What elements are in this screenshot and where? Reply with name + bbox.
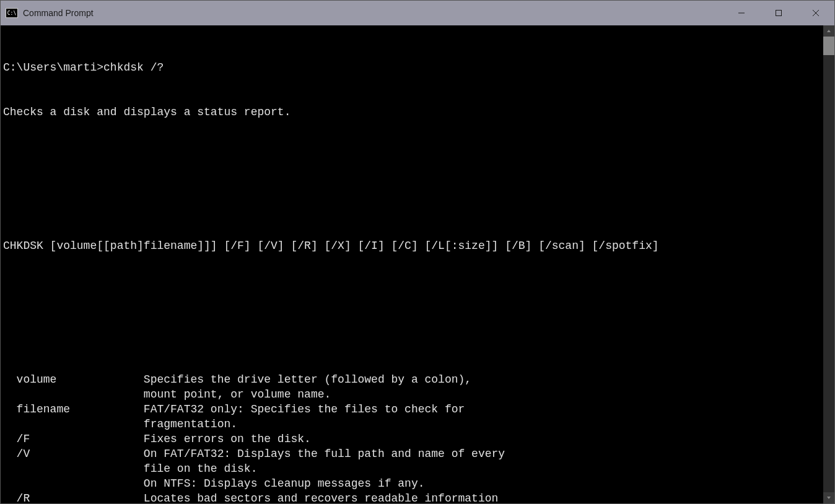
options-list: volume Specifies the drive letter (follo… xyxy=(3,372,821,503)
option-line: filename FAT/FAT32 only: Specifies the f… xyxy=(3,402,821,417)
window-title: Command Prompt xyxy=(23,8,94,18)
option-line: file on the disk. xyxy=(3,461,821,476)
entered-command: chkdsk /? xyxy=(103,61,164,74)
option-line: On NTFS: Displays cleanup messages if an… xyxy=(3,476,821,491)
terminal-area: C:\Users\marti>chkdsk /? Checks a disk a… xyxy=(1,25,834,503)
svg-rect-1 xyxy=(776,11,782,16)
usage-line: CHKDSK [volume[[path]filename]]] [/F] [/… xyxy=(3,238,821,253)
scroll-up-arrow-icon[interactable] xyxy=(823,25,834,37)
scroll-down-arrow-icon[interactable] xyxy=(823,492,834,503)
vertical-scrollbar[interactable] xyxy=(823,25,834,503)
option-line: /F Fixes errors on the disk. xyxy=(3,432,821,446)
prompt-line: C:\Users\marti>chkdsk /? xyxy=(3,60,821,75)
titlebar[interactable]: C:\ Command Prompt xyxy=(1,1,834,25)
blank-line xyxy=(3,328,821,342)
cmd-icon: C:\ xyxy=(6,8,18,18)
prompt-path: C:\Users\marti> xyxy=(3,61,103,74)
blank-line xyxy=(3,149,821,164)
option-line: /V On FAT/FAT32: Displays the full path … xyxy=(3,446,821,461)
blank-line xyxy=(3,283,821,298)
maximize-button[interactable] xyxy=(760,1,797,25)
option-line: volume Specifies the drive letter (follo… xyxy=(3,372,821,387)
option-line: /R Locates bad sectors and recovers read… xyxy=(3,491,821,503)
minimize-button[interactable] xyxy=(723,1,760,25)
blank-line xyxy=(3,194,821,209)
window-controls xyxy=(723,1,834,25)
cmd-window: C:\ Command Prompt C:\Users\marti>chkdsk… xyxy=(0,0,835,504)
command-description: Checks a disk and displays a status repo… xyxy=(3,105,821,119)
close-button[interactable] xyxy=(797,1,834,25)
option-line: fragmentation. xyxy=(3,417,821,432)
option-line: mount point, or volume name. xyxy=(3,387,821,402)
scroll-thumb[interactable] xyxy=(823,37,834,55)
scroll-track[interactable] xyxy=(823,37,834,492)
terminal-output[interactable]: C:\Users\marti>chkdsk /? Checks a disk a… xyxy=(1,25,823,503)
titlebar-left: C:\ Command Prompt xyxy=(6,8,94,18)
